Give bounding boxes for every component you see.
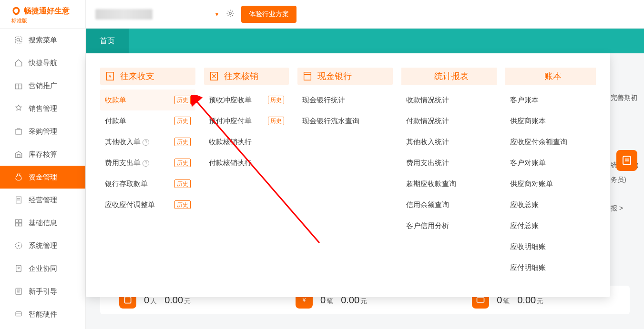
history-badge[interactable]: 历史 [174,138,191,146]
menu-item-receipt[interactable]: 收款单 历史 [100,90,195,110]
menu-item[interactable]: 应收总账 [505,194,596,215]
chevron-down-icon: ▾ [215,11,218,18]
sidebar: 畅捷通好生意 标准版 搜索菜单 快捷导航 营销推广 销售管理 采购管理 库存核算… [0,0,86,329]
svg-point-18 [18,267,20,269]
help-icon[interactable]: ? [143,160,149,167]
menu-item-label: 应收应付调整单 [105,200,155,209]
menu-item[interactable]: 付款情况统计 [401,110,497,131]
mega-header: 统计报表 [401,68,497,85]
sidebar-item-marketing[interactable]: 营销推广 [0,74,85,97]
menu-item-other-income[interactable]: 其他收入单? 历史 [100,131,195,152]
menu-item[interactable]: 客户账本 [505,90,596,110]
menu-item-cash-bank-flow[interactable]: 现金银行流水查询 [297,110,393,131]
sidebar-item-label: 基础信息 [29,219,57,228]
menu-item-expense[interactable]: 费用支出单? 历史 [100,152,195,173]
history-badge[interactable]: 历史 [174,96,191,104]
gift-icon [14,81,23,90]
menu-item[interactable]: 其他收入统计 [401,131,497,152]
sidebar-item-funds[interactable]: 资金管理 [0,166,85,189]
menu-item[interactable]: 信用余额查询 [401,194,497,215]
sidebar-item-label: 搜索菜单 [29,36,57,45]
history-badge[interactable]: 历史 [174,117,191,125]
menu-item[interactable]: 超期应收款查询 [401,173,497,194]
menu-item-label: 收款核销执行 [209,138,252,147]
menu-item[interactable]: 费用支出统计 [401,152,497,173]
menu-item[interactable]: 收款情况统计 [401,90,497,110]
sidebar-item-label: 经营管理 [29,196,57,205]
sidebar-item-basic-info[interactable]: 基础信息 [0,211,85,234]
svg-text:新: 新 [17,289,20,293]
menu-item-label: 银行存取款单 [105,179,148,189]
sidebar-item-sales[interactable]: 销售管理 [0,97,85,120]
menu-item[interactable]: 客户对账单 [505,152,596,173]
system-icon [14,241,23,250]
sidebar-item-hardware[interactable]: 智能硬件 [0,303,85,326]
logo-block: 畅捷通好生意 标准版 [0,0,85,29]
menu-item-prepay-offset[interactable]: 预付冲应付单 历史 [204,110,289,131]
menu-item-label: 供应商账本 [510,117,546,126]
menu-item-ar-ap-adjust[interactable]: 应收应付调整单 历史 [100,194,195,215]
mega-column-ledger: 账本 客户账本 供应商账本 应收应付余额查询 客户对账单 供应商对账单 应收总账… [505,68,596,278]
svg-text:¥: ¥ [108,74,112,79]
menu-item-label: 供应商对账单 [510,179,553,189]
tab-home[interactable]: 首页 [86,29,129,53]
menu-item-prerecv-offset[interactable]: 预收冲应收单 历史 [204,90,289,110]
menu-item-label: 信用余额查询 [406,200,449,209]
sidebar-item-search-menu[interactable]: 搜索菜单 [0,29,85,51]
menu-item[interactable]: 供应商账本 [505,110,596,131]
menu-item-label: 客户对账单 [510,159,546,168]
svg-rect-33 [477,298,484,302]
sidebar-item-operation[interactable]: 经营管理 [0,189,85,211]
menu-item[interactable]: 应收明细账 [505,236,596,257]
warehouse-icon [14,150,23,159]
cta-button[interactable]: 体验行业方案 [241,6,296,23]
menu-item-payment[interactable]: 付款单 历史 [100,110,195,131]
svg-rect-27 [304,72,311,80]
gear-icon[interactable] [226,9,235,20]
peek-line: 报 > [611,201,644,216]
menu-item[interactable]: 客户信用分析 [401,215,497,236]
company-selector[interactable]: ▾ [95,9,219,20]
menu-item[interactable]: 应付明细账 [505,257,596,278]
sidebar-item-label: 营销推广 [29,81,57,90]
sidebar-item-inventory[interactable]: 库存核算 [0,143,85,166]
logo-icon [11,6,21,16]
floating-action-button[interactable] [616,150,637,171]
sidebar-item-label: 系统管理 [29,241,57,250]
svg-rect-11 [15,219,18,222]
brand-name: 畅捷通好生意 [24,6,70,16]
menu-item[interactable]: 应收应付余额查询 [505,131,596,152]
sidebar-item-newbie[interactable]: 新 新手引导 [0,280,85,303]
menu-item-label: 现金银行流水查询 [302,117,359,126]
menu-item-bank-transfer[interactable]: 银行存取款单 历史 [100,173,195,194]
help-icon[interactable]: ? [143,139,149,146]
sidebar-item-collab[interactable]: 企业协同 [0,257,85,280]
sidebar-item-label: 新手引导 [29,287,57,296]
menu-item-label: 应付总账 [510,221,539,230]
menu-item-label: 收款单 [105,96,126,105]
mega-header: 账本 [505,68,596,85]
mega-title: 统计报表 [434,70,469,82]
menu-item-label: 预收冲应收单 [209,96,252,105]
history-badge[interactable]: 历史 [268,117,284,125]
history-badge[interactable]: 历史 [174,200,191,209]
menu-item-recv-writeoff-exec[interactable]: 收款核销执行 [204,131,289,152]
menu-item-label: 其他收入单? [105,138,149,147]
history-badge[interactable]: 历史 [268,96,284,104]
sidebar-item-purchase[interactable]: 采购管理 [0,120,85,143]
history-badge[interactable]: 历史 [174,159,191,167]
mega-header: ¥ 往来收支 [100,68,195,85]
menu-item-cash-bank-stats[interactable]: 现金银行统计 [297,90,393,110]
sidebar-item-system[interactable]: 系统管理 [0,234,85,257]
sidebar-item-label: 采购管理 [29,127,57,136]
svg-point-16 [18,245,20,247]
menu-item-label: 客户信用分析 [406,221,449,230]
history-badge[interactable]: 历史 [174,179,191,188]
menu-item-pay-writeoff-exec[interactable]: 付款核销执行 [204,152,289,173]
menu-item[interactable]: 应付总账 [505,215,596,236]
sidebar-item-quick-nav[interactable]: 快捷导航 [0,51,85,74]
peek-line: 完善期初 [611,90,644,105]
peek-line: 务员) [611,172,644,187]
menu-item[interactable]: 供应商对账单 [505,173,596,194]
receipt-icon: ¥ [105,71,115,81]
